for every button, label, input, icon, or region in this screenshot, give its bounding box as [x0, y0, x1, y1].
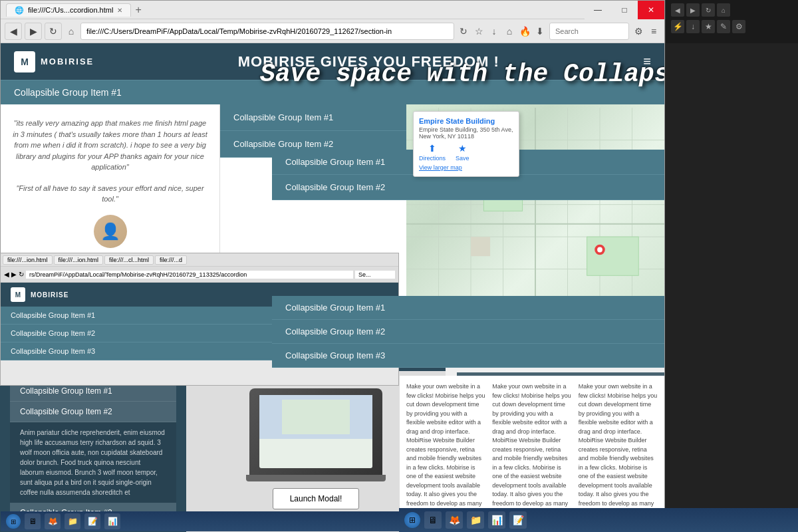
stub-nav-fwd[interactable]: ▶ [686, 3, 700, 17]
avatar-icon: 👤 [100, 222, 120, 241]
browser-titlebar: 🌐 file:///C:/Us...ccordion.html ✕ + — □ … [1, 1, 664, 19]
active-tab[interactable]: 🌐 file:///C:/Us...ccordion.html ✕ [6, 3, 131, 17]
rtc-item-2[interactable]: Collapsible Group Item #2 [272, 320, 664, 344]
maximize-button[interactable]: □ [611, 1, 638, 19]
collapsible-item-1[interactable]: Collapsible Group Item #1 [220, 104, 406, 131]
taskbar-icon-5[interactable]: 📝 [509, 511, 527, 529]
launch-modal-button[interactable]: Launch Modal! [273, 488, 360, 509]
taskbar-icon-4[interactable]: 📊 [488, 511, 505, 529]
para-col-3: Make your own website in a few clicks! M… [579, 382, 658, 526]
laptop-illustration: Launch Modal! [246, 388, 386, 516]
taskbar-btn-3[interactable]: 📁 [65, 513, 80, 529]
right-browser-stub: ◀ ▶ ↻ ⌂ ⚡ ↓ ★ ✎ ⚙ [665, 0, 798, 43]
window-controls: — □ ✕ [585, 1, 664, 19]
larger-map-link[interactable]: View larger map [419, 164, 513, 171]
rtc-item-3[interactable]: Collapsible Group Item #3 [272, 344, 664, 368]
taskbar-icon-1[interactable]: 🖥 [424, 511, 442, 529]
stub-home[interactable]: ⌂ [717, 3, 730, 17]
download-icon[interactable]: ↓ [487, 26, 501, 37]
taskbar-overlay: ⊞ 🖥 🦊 📁 📊 📝 [399, 508, 798, 532]
stub-nav-back[interactable]: ◀ [671, 3, 684, 17]
l2-nav-back[interactable]: ◀ [4, 271, 9, 278]
para-col-2: Make your own website in a few clicks! M… [492, 382, 571, 526]
rpc-item-2[interactable]: Collapsible Group Item #2 [272, 175, 664, 200]
home-btn-icon[interactable]: ⌂ [503, 26, 516, 37]
back-button[interactable]: ◀ [5, 23, 22, 40]
arrow-down-icon[interactable]: ⬇ [533, 26, 547, 37]
minimize-button[interactable]: — [585, 1, 611, 19]
overlay-save-text: Save space with the Collapsable! [260, 60, 664, 88]
author-avatar: 👤 [94, 215, 127, 248]
layer2-toolbar: ◀ ▶ ↻ rs/DreamPiF/AppData/Local/Temp/Mob… [1, 267, 398, 283]
mobirise-logo: M MOBIRISE [14, 51, 94, 72]
taskbar-btn-4[interactable]: 📝 [84, 513, 100, 529]
toolbar-left-icons: ⌂ [65, 26, 78, 37]
bookmark-icon[interactable]: ☆ [472, 26, 485, 37]
layer2-logo-text: MOBIRISE [31, 291, 68, 299]
right-dark-background [665, 0, 798, 532]
start-button[interactable]: ⊞ [6, 514, 21, 529]
l2-tab-3[interactable]: file:///...cl...html [104, 255, 154, 265]
toolbar-mid-icons: ↻ ☆ ↓ ⌂ 🔥 ⬇ [457, 26, 547, 37]
bms-content: Collapsible Group Item #1 Collapsible Gr… [0, 371, 446, 532]
l2-tab-4[interactable]: file:///...d [155, 255, 187, 265]
l2-tab-1[interactable]: file:///...ion.html [3, 255, 53, 265]
taskbar-btn-2[interactable]: 🦊 [45, 513, 61, 529]
refresh-button[interactable]: ↻ [45, 23, 62, 40]
stub-refresh[interactable]: ↻ [702, 3, 715, 17]
rtc-item-1[interactable]: Collapsible Group Item #1 [272, 296, 664, 320]
taskbar-icon-2[interactable]: 🦊 [446, 511, 463, 529]
close-button[interactable]: ✕ [638, 1, 664, 19]
save-label: Save [456, 155, 469, 162]
tools-icon[interactable]: ⚙ [632, 26, 645, 37]
bms-coll-2[interactable]: Collapsible Group Item #2 [10, 402, 176, 422]
map-popup-actions: ⬆ Directions ★ Save [419, 143, 513, 162]
testimonial-quote: "its really very amazing app that makes … [11, 118, 209, 173]
l2-url-bar[interactable]: rs/DreamPiF/AppData/Local/Temp/Mobirise-… [26, 271, 353, 279]
save-action[interactable]: ★ Save [456, 143, 469, 162]
taskbar-btn-1[interactable]: 🖥 [25, 513, 41, 529]
l2-nav-fwd[interactable]: ▶ [11, 271, 17, 278]
svg-point-20 [597, 247, 602, 253]
stub-icon-5: ⚙ [732, 20, 745, 33]
tab-close-btn[interactable]: ✕ [117, 7, 122, 14]
stub-icon-1: ⚡ [671, 20, 684, 33]
para-col-1: Make your own website in a few clicks! M… [406, 382, 485, 526]
save-icon: ★ [458, 143, 467, 154]
l2-tab-2[interactable]: file:///...ion.html [54, 255, 104, 265]
toolbar-right-icons: ⚙ ≡ [632, 26, 660, 37]
laptop-screen-body [249, 388, 382, 475]
new-tab-button[interactable]: + [135, 4, 141, 16]
taskbar-icon-3[interactable]: 📁 [467, 511, 484, 529]
l2-refresh[interactable]: ↻ [19, 271, 24, 278]
bms-left-panel: Collapsible Group Item #1 Collapsible Gr… [0, 371, 186, 532]
svg-rect-18 [471, 237, 490, 256]
directions-icon: ⬆ [428, 143, 436, 154]
testimonial-quote-2: "First of all have to say it saves your … [11, 183, 209, 205]
tab-label: file:///C:/Us...ccordion.html [28, 6, 113, 14]
map-popup-address: Empire State Building, 350 5th Ave, New … [419, 126, 513, 140]
bottom-taskbar-left: ⊞ 🖥 🦊 📁 📝 📊 [1, 511, 400, 531]
tab-icon: 🌐 [15, 6, 24, 15]
search-input[interactable] [549, 23, 629, 40]
taskbar-btn-5[interactable]: 📊 [104, 513, 120, 529]
l2-search[interactable]: Se... [355, 271, 395, 279]
logo-text: MOBIRISE [41, 57, 94, 66]
directions-action[interactable]: ⬆ Directions [419, 143, 446, 162]
home-icon[interactable]: ⌂ [65, 26, 78, 37]
map-popup: Empire State Building Empire State Build… [413, 111, 519, 177]
laptop-base [246, 475, 386, 481]
forward-button[interactable]: ▶ [25, 23, 42, 40]
right-three-collapsibles: Collapsible Group Item #1 Collapsible Gr… [272, 296, 664, 368]
svg-rect-16 [587, 237, 639, 275]
stub-icon-3: ★ [702, 20, 715, 33]
fire-icon: 🔥 [518, 26, 531, 37]
taskbar-start-btn[interactable]: ⊞ [404, 512, 420, 528]
browser-toolbar: ◀ ▶ ↻ ⌂ ↻ ☆ ↓ ⌂ 🔥 ⬇ ⚙ ≡ [1, 19, 664, 43]
url-bar[interactable] [80, 23, 454, 40]
menu-icon[interactable]: ≡ [647, 26, 660, 37]
stub-icon-2: ↓ [686, 20, 700, 33]
directions-label: Directions [419, 155, 446, 162]
right-stub-controls: ◀ ▶ ↻ ⌂ [666, 0, 798, 20]
refresh-icon[interactable]: ↻ [457, 26, 470, 37]
